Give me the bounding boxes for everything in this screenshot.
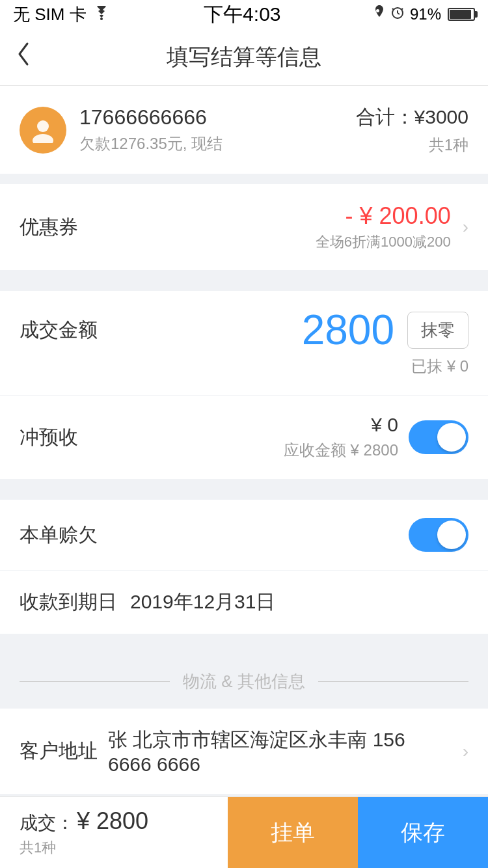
bottom-deal-label: 成交： (20, 811, 74, 835)
user-info: 17666666666 欠款1276.35元, 现结 (79, 105, 223, 154)
bottom-deal-amount: ¥ 2800 (77, 807, 148, 835)
total-count: 共1种 (356, 135, 468, 156)
bottom-summary: 成交： ¥ 2800 共1种 (0, 807, 228, 858)
writeoff-section: 本单赊欠 (0, 500, 488, 570)
logistics-line-right (318, 681, 468, 682)
wifi-icon (92, 5, 111, 25)
coupon-desc: 全场6折满1000减200 (316, 232, 451, 252)
writeoff-toggle-knob (437, 521, 466, 549)
coupon-right: - ¥ 200.00 全场6折满1000减200 › (316, 202, 468, 252)
deal-sub: 已抹 ¥ 0 (20, 356, 468, 377)
deal-label: 成交金额 (20, 317, 98, 344)
user-total: 合计：¥3000 共1种 (356, 104, 468, 156)
logistics-text: 物流 & 其他信息 (170, 670, 318, 693)
bottom-bar: 成交： ¥ 2800 共1种 挂单 保存 (0, 796, 488, 868)
status-bar: 无 SIM 卡 下午4:03 91% (0, 0, 488, 29)
coupon-amount-col: - ¥ 200.00 全场6折满1000减200 (316, 202, 451, 252)
address-label: 客户地址 (20, 738, 98, 765)
nav-bar: 填写结算等信息 (0, 29, 488, 86)
svg-line-3 (398, 13, 400, 14)
address-section[interactable]: 客户地址 张 北京市市辖区海淀区永丰南 156 6666 6666 › (0, 709, 488, 794)
logistics-divider: 物流 & 其他信息 (0, 655, 488, 709)
total-amount: 合计：¥3000 (356, 104, 468, 131)
address-content: 张 北京市市辖区海淀区永丰南 156 6666 6666 (98, 727, 463, 776)
user-sub: 欠款1276.35元, 现结 (79, 133, 223, 154)
coupon-label: 优惠券 (20, 214, 78, 241)
hang-button[interactable]: 挂单 (228, 797, 358, 869)
coupon-section[interactable]: 优惠券 - ¥ 200.00 全场6折满1000减200 › (0, 184, 488, 270)
user-phone: 17666666666 (79, 105, 223, 129)
address-arrow-icon: › (463, 741, 468, 762)
back-button[interactable] (16, 41, 31, 73)
duedate-label: 收款到期日 (20, 589, 117, 616)
coupon-amount: - ¥ 200.00 (316, 202, 451, 230)
svg-point-5 (33, 134, 53, 143)
advance-row: 冲预收 ¥ 0 应收金额 ¥ 2800 (20, 414, 468, 461)
toggle-knob (437, 423, 466, 452)
section-divider-2 (0, 479, 488, 489)
deal-section: 成交金额 2800 抹零 已抹 ¥ 0 (0, 291, 488, 395)
section-divider-3 (0, 634, 488, 644)
status-left: 无 SIM 卡 (13, 3, 111, 26)
advance-section: 冲预收 ¥ 0 应收金额 ¥ 2800 (0, 396, 488, 479)
deal-amount-area: 2800 抹零 (302, 309, 468, 351)
save-button[interactable]: 保存 (358, 797, 488, 869)
bottom-count: 共1种 (20, 838, 208, 858)
user-section: 17666666666 欠款1276.35元, 现结 合计：¥3000 共1种 (0, 86, 488, 174)
duedate-section: 收款到期日 2019年12月31日 (0, 571, 488, 634)
user-left: 17666666666 欠款1276.35元, 现结 (20, 105, 223, 154)
status-right: 91% (373, 5, 475, 23)
round-zero-button[interactable]: 抹零 (407, 312, 468, 349)
sim-label: 无 SIM 卡 (13, 3, 87, 26)
advance-label: 冲预收 (20, 424, 78, 451)
battery-icon (448, 8, 475, 21)
advance-toggle[interactable] (409, 420, 468, 454)
logistics-line-left (20, 681, 170, 682)
duedate-row: 收款到期日 2019年12月31日 (20, 589, 468, 616)
advance-amount-col: ¥ 0 应收金额 ¥ 2800 (284, 414, 398, 461)
battery-percent: 91% (410, 5, 441, 23)
duedate-value: 2019年12月31日 (130, 589, 275, 616)
advance-sub: 应收金额 ¥ 2800 (284, 440, 398, 461)
avatar (20, 107, 66, 154)
svg-point-4 (37, 120, 49, 132)
content: 17666666666 欠款1276.35元, 现结 合计：¥3000 共1种 … (0, 86, 488, 868)
writeoff-label: 本单赊欠 (20, 522, 98, 549)
alarm-icon (390, 5, 405, 23)
writeoff-toggle[interactable] (409, 518, 468, 552)
deal-amount: 2800 (302, 309, 394, 351)
advance-amount: ¥ 0 (284, 414, 398, 436)
section-divider (0, 280, 488, 291)
deal-row: 成交金额 2800 抹零 (20, 309, 468, 351)
location-icon (373, 5, 385, 23)
coupon-arrow-icon: › (463, 217, 468, 237)
advance-right: ¥ 0 应收金额 ¥ 2800 (284, 414, 468, 461)
svg-point-0 (100, 18, 103, 20)
status-time: 下午4:03 (204, 1, 280, 28)
bottom-deal-row: 成交： ¥ 2800 (20, 807, 208, 835)
page-title: 填写结算等信息 (167, 42, 321, 72)
